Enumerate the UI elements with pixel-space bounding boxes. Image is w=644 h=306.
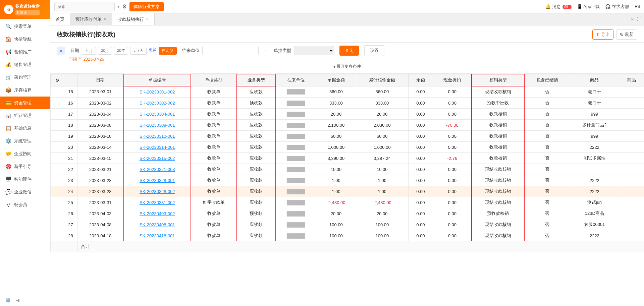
- sidebar-item-enterprise[interactable]: 🤝 企业协同: [0, 147, 50, 160]
- collapse-icon[interactable]: ◀: [16, 298, 19, 303]
- th-gear[interactable]: ⚙: [51, 74, 64, 86]
- sidebar-item-newbie[interactable]: 🎯 新手引导: [0, 160, 50, 173]
- sidebar-item-system[interactable]: ⚙️ 系统管理: [0, 135, 50, 147]
- filter-party-group: 往来单位 ···: [182, 46, 268, 55]
- cell-bill-type: 红字收款单: [191, 197, 237, 208]
- sidebar-item-basic[interactable]: 📋 基础信息: [0, 122, 50, 135]
- sidebar-item-hardware[interactable]: 🖥️ 智能硬件: [0, 173, 50, 186]
- export-button[interactable]: ⬆ 导出: [592, 29, 613, 40]
- table-row[interactable]: 26 2023-04-03 SK-20230403-002 收款单 预收款 ██…: [51, 208, 644, 219]
- sidebar-item-marketing[interactable]: 📢 营销推广: [0, 46, 50, 58]
- bill-no-link[interactable]: SK-20230408-001: [140, 222, 175, 227]
- sidebar-item-purchase[interactable]: 🛒 采购管理: [0, 71, 50, 84]
- online-service-item[interactable]: 🎧 在线客服: [605, 4, 629, 10]
- bill-no-link[interactable]: SK-20230328-001: [140, 178, 175, 183]
- column-settings-icon[interactable]: ⚙: [55, 78, 59, 83]
- table-row[interactable]: 18 2023-03-08 SK-20230308-001 收款单 应收款 ██…: [51, 120, 644, 131]
- date-btn-this-month[interactable]: 本月: [98, 47, 112, 55]
- sidebar-item-wechat[interactable]: 💬 企业微信: [0, 186, 50, 198]
- sidebar-item-inventory[interactable]: 📦 库存核算: [0, 84, 50, 97]
- tab-home[interactable]: 首页: [50, 13, 70, 25]
- date-btn-this-year[interactable]: 本年: [114, 47, 128, 55]
- bill-no-link[interactable]: SK-20230321-003: [140, 167, 175, 172]
- cell-include-cleared: 否: [524, 120, 570, 131]
- app-download-item[interactable]: 📱 App下载: [577, 4, 600, 10]
- tab-payment-list[interactable]: 预计应收付单 ✕: [70, 13, 112, 25]
- tab-payment-exec[interactable]: 收款核销执行 ✕: [112, 13, 155, 25]
- settings-button[interactable]: 设置: [364, 45, 384, 56]
- tab-payment-exec-close[interactable]: ✕: [146, 17, 149, 21]
- table-row[interactable]: 20 2023-03-14 SK-20230314-001 收款单 应收款 ██…: [51, 142, 644, 153]
- bill-no-link[interactable]: SK-20230301-002: [140, 89, 175, 95]
- topbar-search-input[interactable]: [54, 2, 115, 11]
- inventory-icon: 📦: [5, 87, 11, 93]
- bill-no-link[interactable]: SK-20230331-002: [140, 200, 175, 205]
- user-name[interactable]: Rit: [635, 4, 640, 9]
- cell-date: 2023-03-15: [77, 153, 124, 164]
- date-more-btn[interactable]: 更多: [149, 47, 157, 55]
- bill-no-link[interactable]: SK-20230403-002: [140, 211, 175, 216]
- settings-icon[interactable]: ⚙️: [5, 298, 11, 303]
- th-party: 往来单位: [276, 74, 316, 86]
- table-row[interactable]: 27 2023-04-08 SK-20230408-001 收款单 应收款 ██…: [51, 219, 644, 230]
- sidebar-item-sales[interactable]: 💰 销售管理: [0, 58, 50, 71]
- sidebar-item-operation[interactable]: 📊 经营管理: [0, 109, 50, 122]
- table-row[interactable]: 19 2023-03-10 SK-20230310-001 收款单 应收款 ██…: [51, 131, 644, 142]
- industry-plan-button[interactable]: 体验行业方案: [129, 2, 164, 11]
- date-btn-last-month[interactable]: 上月: [82, 47, 96, 55]
- table-row[interactable]: 15 2023-03-01 SK-20230301-002 收款单 应收款 ██…: [51, 86, 644, 98]
- table-row[interactable]: 25 2023-03-31 SK-20230331-002 红字收款单 应收款 …: [51, 197, 644, 208]
- table-row[interactable]: 21 2023-03-15 SK-20230315-002 收款单 应收款 ██…: [51, 153, 644, 164]
- bill-no-link[interactable]: SK-20230315-002: [140, 156, 175, 161]
- topbar-gear-icon[interactable]: ⚙: [122, 3, 127, 10]
- table-row[interactable]: 16 2023-03-02 SK-20230302-002 收款单 预收款 ██…: [51, 98, 644, 109]
- enterprise-icon: 🤝: [5, 151, 11, 157]
- cell-goods2: [619, 197, 644, 208]
- bill-no-link[interactable]: SK-20230302-002: [140, 101, 175, 106]
- cell-cumulative-amount: -2,430.00: [356, 197, 408, 208]
- cell-include-cleared: 否: [524, 109, 570, 120]
- table-row[interactable]: 22 2023-03-21 SK-20230321-003 收款单 应收款 ██…: [51, 164, 644, 175]
- bill-no-link[interactable]: SK-20230308-001: [140, 123, 175, 128]
- cell-bill-no: SK-20230328-002: [124, 186, 191, 197]
- expand-more-button[interactable]: ▾ 展开更多条件: [333, 64, 361, 69]
- tab-payment-list-close[interactable]: ✕: [104, 17, 107, 21]
- expand-icon: »: [60, 48, 62, 53]
- table-row[interactable]: 23 2023-03-28 SK-20230328-001 收款单 应收款 ██…: [51, 175, 644, 186]
- bill-no-link[interactable]: SK-20230310-001: [140, 134, 175, 139]
- table-row[interactable]: 28 2023-04-18 SK-20230418-001 收款单 应收款 ██…: [51, 230, 644, 241]
- bill-no-link[interactable]: SK-20230314-001: [140, 145, 175, 150]
- notification-badge: 99+: [562, 5, 572, 9]
- cell-index: 25: [64, 197, 77, 208]
- filter-expand-button[interactable]: »: [57, 47, 65, 55]
- query-button[interactable]: 查询: [339, 46, 359, 56]
- refresh-button[interactable]: ↻ 刷新: [616, 29, 637, 40]
- cell-biz-type: 应收款: [237, 175, 276, 186]
- bill-no-link[interactable]: SK-20230304-001: [140, 112, 175, 117]
- topbar-dropdown-arrow[interactable]: ▾: [117, 4, 119, 9]
- date-btn-7days[interactable]: 近7天: [130, 47, 147, 55]
- filter-party-dots[interactable]: ···: [261, 47, 268, 54]
- sidebar-item-quick-nav[interactable]: 🏠 快捷导航: [0, 33, 50, 46]
- notification-item[interactable]: 🔔 消息 99+: [545, 4, 572, 10]
- cell-biz-type: 应收款: [237, 131, 276, 142]
- table-row[interactable]: 17 2023-03-04 SK-20230304-001 收款单 应收款 ██…: [51, 109, 644, 120]
- sidebar-item-finance[interactable]: 💳 资金管理: [0, 97, 50, 109]
- cell-bill-no: SK-20230331-002: [124, 197, 191, 208]
- cell-include-cleared: 否: [524, 86, 570, 98]
- tab-expand-icon[interactable]: ⛶: [637, 17, 641, 22]
- filter-party-input[interactable]: [202, 46, 259, 55]
- bill-no-link[interactable]: SK-20230418-001: [140, 233, 175, 238]
- bill-no-link[interactable]: SK-20230328-002: [140, 189, 175, 194]
- filter-date-group: 日期 上月 本月 本年 近7天 更多 自定义: [70, 47, 177, 55]
- export-icon: ⬆: [596, 32, 600, 37]
- cell-cash-discount: 0.00: [433, 230, 472, 241]
- sidebar-item-search[interactable]: 🔍 搜索菜单: [0, 20, 50, 33]
- tab-close-all-icon[interactable]: ✕: [631, 17, 634, 22]
- cell-bill-type: 收款单: [191, 186, 237, 197]
- cell-goods2: [619, 109, 644, 120]
- date-btn-custom[interactable]: 自定义: [159, 47, 177, 55]
- sidebar-item-member[interactable]: V 畅会员: [0, 198, 50, 211]
- filter-bill-type-select[interactable]: [294, 46, 334, 55]
- table-row[interactable]: 24 2023-03-28 SK-20230328-002 收款单 应收款 ██…: [51, 186, 644, 197]
